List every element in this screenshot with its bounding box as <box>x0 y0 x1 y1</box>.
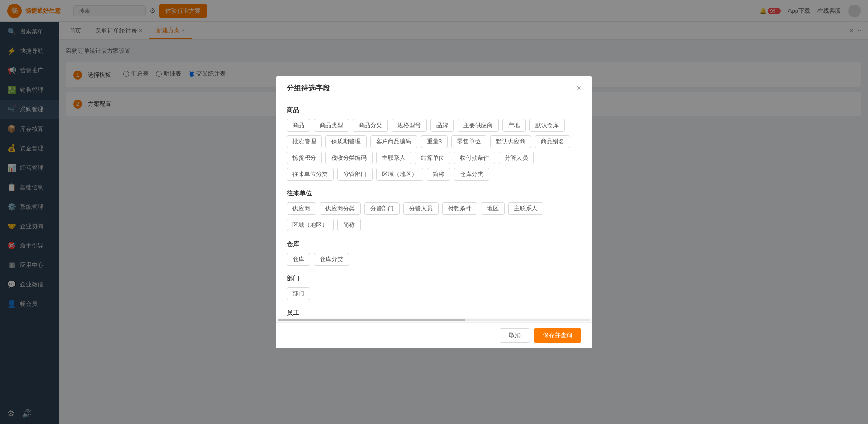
field-select-dialog: 分组待选字段 × 商品商品商品类型商品分类规格型号品牌主要供应商产地默认仓库批次… <box>276 76 592 348</box>
dialog-footer: 取消 保存并查询 <box>276 322 592 348</box>
section-title: 部门 <box>287 275 581 283</box>
field-tag[interactable]: 税收分类编码 <box>326 152 373 164</box>
field-tag[interactable]: 主联系人 <box>508 202 543 215</box>
field-tag[interactable]: 地区 <box>481 202 505 215</box>
field-tag[interactable]: 部门 <box>287 287 310 300</box>
field-section-往来单位: 往来单位供应商供应商分类分管部门分管人员付款条件地区主联系人区域（地区）简称 <box>287 190 581 231</box>
section-title: 往来单位 <box>287 190 581 198</box>
cancel-button[interactable]: 取消 <box>500 328 530 343</box>
field-tag[interactable]: 商品别名 <box>535 135 570 148</box>
field-tag[interactable]: 简称 <box>427 168 450 181</box>
section-title: 员工 <box>287 309 581 317</box>
section-title: 商品 <box>287 106 581 114</box>
field-tag[interactable]: 批次管理 <box>287 135 322 148</box>
field-tag[interactable]: 供应商 <box>287 202 316 215</box>
field-tag[interactable]: 商品分类 <box>353 119 388 132</box>
dialog-header: 分组待选字段 × <box>276 76 592 99</box>
field-tag[interactable]: 仓库分类 <box>454 168 489 181</box>
field-tag[interactable]: 仓库分类 <box>314 253 349 266</box>
field-tag[interactable]: 商品类型 <box>314 119 349 132</box>
field-tags: 供应商供应商分类分管部门分管人员付款条件地区主联系人区域（地区）简称 <box>287 202 581 231</box>
field-tag[interactable]: 品牌 <box>430 119 454 132</box>
field-tags: 仓库仓库分类 <box>287 253 581 266</box>
field-tags: 商品商品类型商品分类规格型号品牌主要供应商产地默认仓库批次管理保质期管理客户商品… <box>287 119 581 181</box>
field-tags: 部门 <box>287 287 581 300</box>
field-tag[interactable]: 区域（地区） <box>376 168 423 181</box>
field-tag[interactable]: 默认供应商 <box>490 135 531 148</box>
field-section-仓库: 仓库仓库仓库分类 <box>287 240 581 266</box>
dialog-body[interactable]: 商品商品商品类型商品分类规格型号品牌主要供应商产地默认仓库批次管理保质期管理客户… <box>276 99 592 318</box>
field-tag[interactable]: 零售单位 <box>451 135 486 148</box>
field-tag[interactable]: 拣货积分 <box>287 152 322 164</box>
field-tag[interactable]: 仓库 <box>287 253 310 266</box>
field-tag[interactable]: 规格型号 <box>392 119 427 132</box>
dialog-hscroll[interactable] <box>276 318 592 322</box>
field-tag[interactable]: 主联系人 <box>376 152 411 164</box>
field-tag[interactable]: 产地 <box>502 119 526 132</box>
field-tag[interactable]: 重量3 <box>421 135 448 148</box>
confirm-button[interactable]: 保存并查询 <box>534 328 581 343</box>
field-tag[interactable]: 结算单位 <box>415 152 450 164</box>
field-section-部门: 部门部门 <box>287 275 581 300</box>
field-tag[interactable]: 商品 <box>287 119 310 132</box>
field-tag[interactable]: 往来单位分类 <box>287 168 334 181</box>
field-tag[interactable]: 客户商品编码 <box>370 135 417 148</box>
field-tag[interactable]: 保质期管理 <box>326 135 367 148</box>
field-tag[interactable]: 分管人员 <box>499 152 534 164</box>
section-title: 仓库 <box>287 240 581 248</box>
field-section-员工: 员工业务员 <box>287 309 581 318</box>
field-tag[interactable]: 简称 <box>337 219 361 231</box>
dialog-overlay: 分组待选字段 × 商品商品商品类型商品分类规格型号品牌主要供应商产地默认仓库批次… <box>0 0 868 424</box>
field-tag[interactable]: 区域（地区） <box>287 219 334 231</box>
field-tag[interactable]: 分管人员 <box>403 202 439 215</box>
field-tag[interactable]: 供应商分类 <box>320 202 361 215</box>
dialog-title: 分组待选字段 <box>287 84 330 93</box>
field-tag[interactable]: 主要供应商 <box>458 119 499 132</box>
field-section-商品: 商品商品商品类型商品分类规格型号品牌主要供应商产地默认仓库批次管理保质期管理客户… <box>287 106 581 181</box>
field-tag[interactable]: 分管部门 <box>364 202 400 215</box>
field-tag[interactable]: 分管部门 <box>337 168 373 181</box>
field-tag[interactable]: 付款条件 <box>442 202 477 215</box>
dialog-close-button[interactable]: × <box>576 84 581 92</box>
field-tag[interactable]: 默认仓库 <box>529 119 565 132</box>
field-tag[interactable]: 收付款条件 <box>454 152 495 164</box>
